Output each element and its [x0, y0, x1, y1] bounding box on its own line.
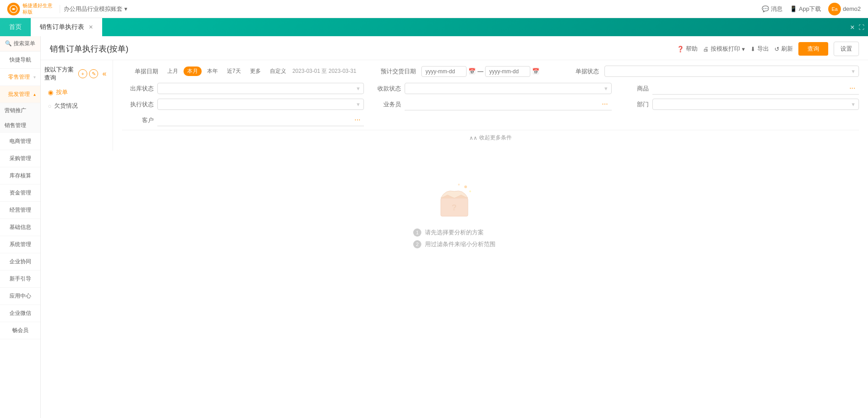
filter-sub-debt[interactable]: ○ 欠货情况 [44, 99, 109, 113]
sidebar-item-newbie[interactable]: 新手引导 [0, 271, 40, 288]
filter-row-2: 出库状态 ▾ 收款状态 ▾ [122, 82, 859, 95]
customer-select[interactable]: ··· [157, 114, 364, 126]
sidebar-item-member[interactable]: 畅会员 [0, 322, 40, 339]
nav-close-icon[interactable]: ✕ [850, 24, 855, 31]
order-dot-icon: ◉ [48, 89, 53, 96]
date-tab-last-month[interactable]: 上月 [164, 66, 182, 76]
message-icon: 💬 [762, 5, 769, 12]
print-btn[interactable]: 🖨 按模板打印 ▾ [703, 45, 745, 53]
tab-home[interactable]: 首页 [0, 18, 31, 36]
print-arrow-icon: ▾ [742, 46, 745, 52]
sidebar-subitem-marketing[interactable]: 营销推广 [0, 103, 40, 118]
date-tab-7days[interactable]: 近7天 [223, 66, 245, 76]
setting-button[interactable]: 设置 [834, 42, 859, 56]
sidebar-item-ecommerce[interactable]: 电商管理 [0, 133, 40, 150]
sidebar: 🔍 搜索菜单 快捷导航 零售管理 ▾ 批发管理 ▴ 营销推广 销售管理 电商管理… [0, 36, 41, 418]
export-btn[interactable]: ⬇ 导出 [750, 45, 769, 53]
svg-text:?: ? [452, 203, 457, 212]
sidebar-item-inventory[interactable]: 库存核算 [0, 167, 40, 185]
date-tab-more[interactable]: 更多 [246, 66, 264, 76]
logo-text: 畅捷通好生意 标版 [23, 3, 52, 14]
nav-tabs: 首页 销售订单执行表 ✕ ✕ ⛶ [0, 18, 868, 36]
logo-icon [7, 3, 20, 15]
sidebar-item-quick-nav[interactable]: 快捷导航 [0, 52, 40, 69]
svg-point-4 [469, 190, 471, 192]
svg-point-3 [458, 184, 460, 185]
empty-tips: 1 请先选择要分析的方案 2 用过滤条件来缩小分析范围 [413, 228, 495, 248]
expected-date-start[interactable] [421, 66, 467, 77]
exec-status-select[interactable]: ▾ [157, 99, 364, 110]
expected-date-end[interactable] [485, 66, 530, 77]
filter-row-4: 客户 ··· [122, 114, 859, 126]
query-button[interactable]: 查询 [798, 42, 828, 56]
collapse-icon: ∧∧ [469, 135, 477, 141]
date-label: 单据日期 [122, 67, 158, 76]
sidebar-item-basic[interactable]: 基础信息 [0, 219, 40, 236]
refresh-btn[interactable]: ↺ 刷新 [774, 45, 793, 53]
dept-select[interactable]: ▾ [652, 99, 859, 110]
retail-arrow-icon: ▾ [33, 75, 36, 80]
app-download-btn[interactable]: 📱 App下载 [790, 5, 821, 13]
payment-status-select[interactable]: ▾ [405, 83, 611, 94]
edit-scheme-btn[interactable]: ✎ [89, 69, 98, 78]
user-area[interactable]: Ea demo2 [828, 3, 861, 15]
out-status-select[interactable]: ▾ [157, 83, 364, 94]
doc-status-select[interactable]: ▾ [604, 66, 859, 77]
expected-date-label: 预计交货日期 [380, 67, 416, 76]
date-tabs: 上月 本月 本年 近7天 更多 自定义 [164, 66, 290, 76]
export-icon: ⬇ [750, 46, 755, 52]
collapse-scheme-btn[interactable]: « [100, 69, 109, 78]
sidebar-item-appstore[interactable]: 应用中心 [0, 288, 40, 305]
dept-label: 部门 [617, 100, 649, 109]
tab-sales-order[interactable]: 销售订单执行表 ✕ [31, 18, 102, 36]
empty-illustration: ? [432, 178, 477, 223]
filter-icons: + ✎ « [78, 69, 109, 78]
sidebar-item-retail[interactable]: 零售管理 ▾ [0, 69, 40, 86]
nav-tabs-right: ✕ ⛶ [850, 24, 868, 31]
sidebar-item-finance[interactable]: 资金管理 [0, 185, 40, 202]
page-title-bar: 销售订单执行表(按单) ❓ 帮助 🖨 按模板打印 ▾ ⬇ 导出 [41, 36, 868, 60]
salesperson-label: 业务员 [369, 100, 401, 109]
help-btn[interactable]: ❓ 帮助 [677, 45, 698, 53]
top-header: 畅捷通好生意 标版 办公用品行业模拟账套 ▾ 💬 消息 📱 App下载 Ea d… [0, 0, 868, 18]
filter-panel: 按以下方案查询 + ✎ « ◉ 按单 ○ 欠货情况 [41, 60, 868, 151]
mobile-icon: 📱 [790, 5, 797, 12]
message-btn[interactable]: 💬 消息 [762, 5, 783, 13]
tab-close-icon[interactable]: ✕ [89, 24, 93, 30]
doc-status-label: 单据状态 [563, 67, 599, 76]
sidebar-item-wechat[interactable]: 企业微信 [0, 305, 40, 322]
sidebar-item-operation[interactable]: 经营管理 [0, 202, 40, 219]
date-tab-this-year[interactable]: 本年 [203, 66, 222, 76]
goods-field: 商品 ··· [617, 82, 859, 95]
sidebar-search[interactable]: 🔍 搜索菜单 [0, 36, 40, 52]
header-dropdown[interactable]: 办公用品行业模拟账套 ▾ [60, 5, 131, 13]
header-right: 💬 消息 📱 App下载 Ea demo2 [762, 3, 861, 15]
home-tab-label: 首页 [9, 23, 22, 31]
add-scheme-btn[interactable]: + [78, 69, 87, 78]
content-inner: 销售订单执行表(按单) ❓ 帮助 🖨 按模板打印 ▾ ⬇ 导出 [41, 36, 868, 418]
out-status-label: 出库状态 [122, 85, 154, 93]
calendar-icon-end: 📅 [532, 68, 539, 75]
empty-state: ? 1 请先选择要分析的方案 2 用过滤条件来缩小分析范围 [41, 151, 868, 276]
avatar: Ea [828, 3, 841, 15]
print-icon: 🖨 [703, 46, 709, 52]
goods-more-icon[interactable]: ··· [849, 84, 855, 92]
date-tab-custom[interactable]: 自定义 [266, 66, 290, 76]
out-status-arrow: ▾ [357, 85, 360, 92]
sidebar-subitem-sales[interactable]: 销售管理 [0, 118, 40, 133]
sidebar-item-wholesale[interactable]: 批发管理 ▴ [0, 86, 40, 103]
collapse-bar[interactable]: ∧∧ 收起更多条件 [122, 130, 859, 145]
svg-point-2 [464, 185, 467, 188]
sidebar-item-enterprise[interactable]: 企业协同 [0, 253, 40, 271]
salesperson-more-icon[interactable]: ··· [602, 100, 608, 108]
sidebar-item-system[interactable]: 系统管理 [0, 236, 40, 253]
customer-more-icon[interactable]: ··· [354, 116, 360, 124]
filter-sub-order[interactable]: ◉ 按单 [44, 86, 109, 99]
goods-select[interactable]: ··· [652, 82, 859, 95]
nav-expand-icon[interactable]: ⛶ [859, 24, 864, 31]
date-range-text: 2023-03-01 至 2023-03-31 [292, 67, 356, 75]
salesperson-select[interactable]: ··· [405, 98, 611, 110]
sidebar-item-purchase[interactable]: 采购管理 [0, 150, 40, 167]
salesperson-field: 业务员 ··· [369, 98, 611, 110]
date-tab-this-month[interactable]: 本月 [184, 66, 202, 76]
